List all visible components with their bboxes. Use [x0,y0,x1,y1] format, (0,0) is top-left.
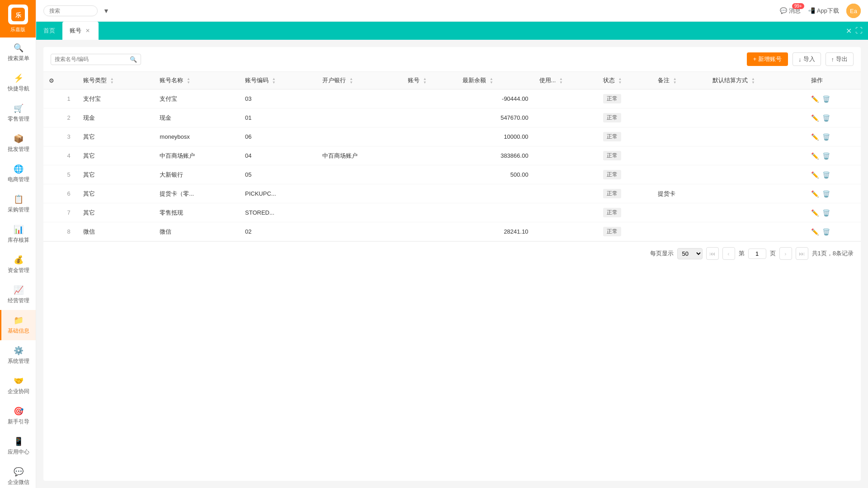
sidebar-item-search-menu[interactable]: 🔍 搜索菜单 [0,38,36,68]
top-header: ▼ 💬 消息 99+ 📲 App下载 Ea [36,0,868,22]
row-action: ✏️ 🗑️ [806,108,861,127]
row-bank [317,127,402,146]
total-label: 共1页，8条记录 [812,249,854,258]
sort-icon: ▲▼ [751,77,755,84]
row-account-name: 大新银行 [154,165,240,184]
col-usage[interactable]: 使用... ▲▼ [534,72,598,89]
tab-account-label: 账号 [70,27,81,35]
col-account-name[interactable]: 账号名称 ▲▼ [154,72,240,89]
sidebar-item-retail-mgmt[interactable]: 🛒 零售管理 [0,98,36,128]
page-input[interactable] [748,249,766,259]
first-page-button[interactable]: ⏮ [706,247,719,260]
sort-icon: ▲▼ [110,77,114,84]
sidebar-item-quick-nav[interactable]: ⚡ 快捷导航 [0,68,36,98]
delete-icon[interactable]: 🗑️ [822,95,830,103]
row-usage [534,89,598,108]
edit-icon[interactable]: ✏️ [811,228,819,235]
sidebar-item-new-guide[interactable]: 🎯 新手引导 [0,401,36,431]
delete-icon[interactable]: 🗑️ [822,114,830,122]
edit-icon[interactable]: ✏️ [811,114,819,122]
search-input-wrap: 🔍 [51,54,141,65]
sidebar-item-basic-info[interactable]: 📁 基础信息 [0,310,36,340]
sidebar-item-enterprise-agreement[interactable]: 🤝 企业协同 [0,371,36,401]
purchase-icon: 📋 [14,194,24,204]
page-size-select[interactable]: 50 10 20 100 [677,248,703,259]
account-search-input[interactable] [55,56,127,62]
edit-icon[interactable]: ✏️ [811,209,819,216]
tab-close-icon[interactable]: ✕ [84,27,91,34]
delete-icon[interactable]: 🗑️ [822,152,830,160]
sidebar-item-app-center[interactable]: 📱 应用中心 [0,431,36,461]
expand-icon[interactable]: ⛶ [855,27,863,35]
export-button[interactable]: ↑ 导出 [826,52,854,66]
row-default-settlement [707,184,805,203]
delete-icon[interactable]: 🗑️ [822,209,830,216]
col-latest-balance[interactable]: 最新余额 ▲▼ [457,72,533,89]
enterprise-icon: 🤝 [14,376,24,386]
sidebar-item-operations-mgmt[interactable]: 📈 经营管理 [0,280,36,310]
sort-icon: ▲▼ [618,77,622,84]
header-search-input[interactable] [43,5,98,16]
delete-icon[interactable]: 🗑️ [822,190,830,197]
sidebar-item-purchase-mgmt[interactable]: 📋 采购管理 [0,189,36,219]
edit-icon[interactable]: ✏️ [811,190,819,197]
sidebar-item-system-mgmt[interactable]: ⚙️ 系统管理 [0,340,36,371]
col-remark[interactable]: 备注 ▲▼ [652,72,707,89]
message-button[interactable]: 💬 消息 99+ [780,7,801,15]
row-remark [652,222,707,241]
settings-icon[interactable]: ⚙ [49,77,54,84]
table-body: 1 支付宝 支付宝 03 -90444.00 正常 ✏️ 🗑️ 2 现金 现金 … [43,89,861,241]
quick-nav-icon: ⚡ [14,73,24,83]
col-account-code[interactable]: 账号编码 ▲▼ [240,72,317,89]
table-row: 1 支付宝 支付宝 03 -90444.00 正常 ✏️ 🗑️ [43,89,861,108]
row-usage [534,222,598,241]
edit-icon[interactable]: ✏️ [811,152,819,160]
tab-maximize-area: ✕ ⛶ [846,27,868,35]
col-default-settlement[interactable]: 默认结算方式 ▲▼ [707,72,805,89]
row-status: 正常 [598,127,652,146]
sidebar: 乐 乐嘉版 🔍 搜索菜单 ⚡ 快捷导航 🛒 零售管理 📦 批发管理 🌐 电商管理… [0,0,36,488]
col-account-no[interactable]: 账号 ▲▼ [402,72,457,89]
row-usage [534,165,598,184]
sidebar-item-inventory-calc[interactable]: 📊 库存核算 [0,219,36,249]
sidebar-item-enterprise-wechat[interactable]: 💬 企业微信 [0,461,36,488]
import-button[interactable]: ↓ 导入 [793,52,821,66]
delete-icon[interactable]: 🗑️ [822,228,830,235]
edit-icon[interactable]: ✏️ [811,133,819,141]
delete-icon[interactable]: 🗑️ [822,171,830,178]
delete-icon[interactable]: 🗑️ [822,133,830,141]
tab-account[interactable]: 账号 ✕ [62,22,99,40]
capital-icon: 💰 [14,255,24,265]
row-bank: 中百商场账户 [317,146,402,165]
export-label: 导出 [836,55,848,63]
sidebar-item-capital-mgmt[interactable]: 💰 资金管理 [0,249,36,280]
dropdown-button[interactable]: ▼ [103,7,109,14]
col-bank[interactable]: 开户银行 ▲▼ [317,72,402,89]
tab-home[interactable]: 首页 [36,22,62,40]
prev-page-button[interactable]: ‹ [722,247,735,260]
edit-icon[interactable]: ✏️ [811,171,819,178]
col-status[interactable]: 状态 ▲▼ [598,72,652,89]
close-tab-icon[interactable]: ✕ [846,27,852,35]
row-action: ✏️ 🗑️ [806,165,861,184]
content-area: 🔍 + 新增账号 ↓ 导入 ↑ 导出 [36,40,868,488]
row-num: 8 [60,222,78,241]
row-settings [43,184,60,203]
last-page-button[interactable]: ⏭ [796,247,808,260]
row-account-type: 其它 [78,127,154,146]
toolbar-right: + 新增账号 ↓ 导入 ↑ 导出 [747,52,854,66]
app-download-button[interactable]: 📲 App下载 [808,7,839,15]
add-account-button[interactable]: + 新增账号 [747,52,788,66]
user-avatar[interactable]: Ea [846,4,861,18]
edit-icon[interactable]: ✏️ [811,95,819,103]
sidebar-item-wholesale-mgmt[interactable]: 📦 批发管理 [0,128,36,159]
col-account-type[interactable]: 账号类型 ▲▼ [78,72,154,89]
toolbar: 🔍 + 新增账号 ↓ 导入 ↑ 导出 [43,47,861,72]
row-usage [534,184,598,203]
row-account-name: 支付宝 [154,89,240,108]
sidebar-item-ecommerce-mgmt[interactable]: 🌐 电商管理 [0,159,36,189]
row-account-no [402,184,457,203]
sidebar-menu: 🔍 搜索菜单 ⚡ 快捷导航 🛒 零售管理 📦 批发管理 🌐 电商管理 📋 采购管… [0,38,36,488]
next-page-button[interactable]: › [779,247,792,260]
row-latest-balance: -90444.00 [457,89,533,108]
